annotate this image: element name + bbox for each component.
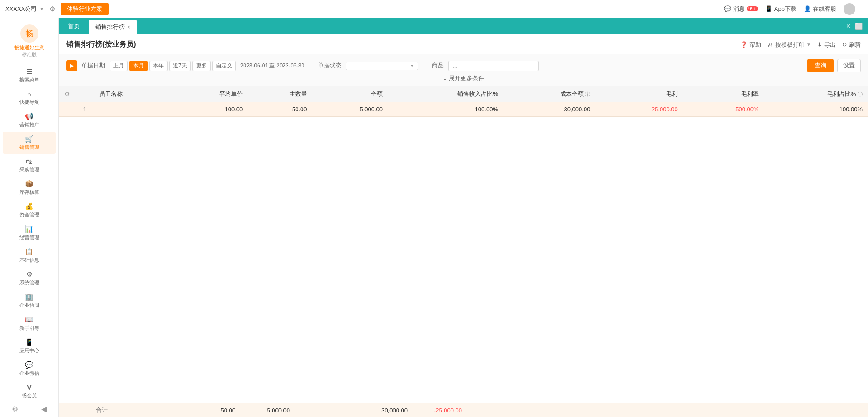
purchase-icon: 🛍 — [26, 158, 33, 165]
query-button[interactable]: 查询 — [807, 59, 834, 72]
sidebar-item-wechat[interactable]: 💬 企业微信 — [3, 358, 56, 380]
top-header: XXXXX公司 ▼ ⚙ 体验行业方案 💬 消息 99+ 📱 App下载 👤 在线… — [0, 0, 868, 18]
export-icon: ⬇ — [817, 41, 822, 48]
inventory-icon: 📦 — [25, 180, 34, 188]
sidebar-finance-label: 资金管理 — [19, 211, 39, 218]
sidebar-system-label: 系统管理 — [19, 279, 39, 286]
service-icon: 👤 — [804, 5, 811, 12]
goods-label: 商品 — [432, 62, 444, 70]
company-name: XXXXX公司 — [5, 5, 37, 13]
print-chevron-icon: ▼ — [806, 42, 811, 47]
data-table: ⚙ 员工名称 平均单价 主数量 全额 销售收入占比% 成本全额 ⓘ 毛利 毛利率… — [59, 86, 868, 117]
tab-home[interactable]: 首页 — [59, 18, 89, 34]
col-grosspct-header: 毛利占比% ⓘ — [764, 86, 868, 102]
avatar[interactable] — [844, 3, 855, 15]
restore-window-icon[interactable]: ⬜ — [855, 23, 863, 30]
date-btn-last-month[interactable]: 上月 — [110, 61, 128, 71]
page-header: 销售排行榜(按业务员) ❓ 帮助 🖨 按模板打印 ▼ ⬇ 导出 — [59, 34, 868, 54]
filter-actions: 查询 设置 — [807, 59, 861, 72]
tab-home-label: 首页 — [68, 22, 80, 30]
logo-subtitle: 畅捷通好生意 — [14, 44, 44, 51]
trial-button[interactable]: 体验行业方案 — [61, 3, 109, 15]
col-avgprice-header: 平均单价 — [171, 86, 249, 102]
expand-button[interactable]: ⌄ 展开更多条件 — [443, 74, 484, 82]
sidebar-item-enterprise[interactable]: 🏢 企业协同 — [3, 290, 56, 312]
refresh-button[interactable]: ↺ 刷新 — [842, 41, 861, 49]
operations-icon: 📊 — [25, 225, 34, 233]
date-btn-7days[interactable]: 近7天 — [169, 61, 191, 71]
tab-bar: 首页 销售排行榜 × × ⬜ — [59, 18, 868, 34]
col-amount-header: 全额 — [312, 86, 388, 102]
row-gross-cell: -25,000.00 — [595, 102, 683, 117]
row-grosspct-cell: 100.00% — [764, 102, 868, 117]
doc-status-select[interactable]: ▼ — [346, 62, 418, 70]
footer-gross-cell: -25,000.00 — [413, 407, 467, 414]
sidebar-item-system[interactable]: ⚙ 系统管理 — [3, 267, 56, 289]
sidebar-item-operations[interactable]: 📊 经营管理 — [3, 222, 56, 244]
sales-icon: 🛒 — [25, 135, 34, 143]
logo-edition: 标准版 — [22, 51, 37, 58]
sidebar-item-inventory[interactable]: 📦 库存核算 — [3, 177, 56, 199]
goods-value: ... — [452, 62, 457, 69]
sidebar-item-guide[interactable]: 📖 新手引导 — [3, 312, 56, 335]
message-button[interactable]: 💬 消息 99+ — [724, 5, 758, 13]
tab-spacer — [137, 18, 841, 34]
footer-cost-cell: 30,000.00 — [354, 407, 413, 414]
row-salespct-cell: 100.00% — [388, 102, 504, 117]
doc-status-label: 单据状态 — [318, 62, 341, 70]
sidebar-item-app-center[interactable]: 📱 应用中心 — [3, 335, 56, 357]
date-btn-more[interactable]: 更多 — [192, 61, 211, 71]
expand-row: ⌄ 展开更多条件 — [66, 72, 861, 85]
tab-active[interactable]: 销售排行榜 × — [89, 20, 137, 34]
settings-icon[interactable]: ⚙ — [49, 5, 55, 13]
row-qty-cell: 50.00 — [248, 102, 312, 117]
date-range: 2023-06-01 至 2023-06-30 — [240, 62, 304, 70]
footer-amount-cell: 5,000.00 — [241, 407, 295, 414]
company-selector[interactable]: XXXXX公司 ▼ — [5, 5, 44, 13]
sidebar-item-quick-nav[interactable]: ⌂ 快捷导航 — [3, 87, 56, 109]
sidebar-item-search[interactable]: ☰ 搜索菜单 — [3, 64, 56, 86]
filter-arrow-button[interactable]: ▶ — [66, 60, 77, 71]
marketing-icon: 📢 — [25, 112, 34, 120]
sidebar-item-sales[interactable]: 🛒 销售管理 — [3, 132, 56, 154]
online-service-button[interactable]: 👤 在线客服 — [804, 5, 836, 13]
sidebar-item-basic-info[interactable]: 📋 基础信息 — [3, 244, 56, 267]
home-icon: ⌂ — [27, 90, 31, 98]
table-header-row: ⚙ 员工名称 平均单价 主数量 全额 销售收入占比% 成本全额 ⓘ 毛利 毛利率… — [59, 86, 868, 102]
sidebar-item-marketing[interactable]: 📢 营销推广 — [3, 109, 56, 131]
guide-icon: 📖 — [25, 316, 34, 324]
logo-svg: 畅 — [19, 24, 39, 43]
goods-select[interactable]: ... — [448, 61, 539, 71]
sidebar-item-purchase[interactable]: 🛍 采购管理 — [3, 154, 56, 176]
close-tab-icon[interactable]: × — [127, 24, 130, 30]
sidebar-search-label: 搜索菜单 — [19, 77, 39, 83]
download-icon: 📱 — [765, 5, 772, 12]
enterprise-icon: 🏢 — [25, 293, 34, 301]
cost-help-icon[interactable]: ⓘ — [585, 91, 590, 97]
grosspct-help-icon[interactable]: ⓘ — [858, 91, 863, 97]
help-button[interactable]: ❓ 帮助 — [740, 41, 761, 49]
chevron-down-icon: ▼ — [39, 6, 44, 11]
date-btn-this-month[interactable]: 本月 — [129, 61, 148, 71]
row-grossrate-cell: -500.00% — [683, 102, 764, 117]
table-container: ⚙ 员工名称 平均单价 主数量 全额 销售收入占比% 成本全额 ⓘ 毛利 毛利率… — [59, 86, 868, 403]
print-button[interactable]: 🖨 按模板打印 ▼ — [767, 41, 811, 49]
close-window-icon[interactable]: × — [846, 22, 850, 30]
page-title: 销售排行榜(按业务员) — [66, 40, 136, 49]
sidebar-bottom: ⚙ ◀ — [0, 401, 58, 417]
basic-info-icon: 📋 — [25, 248, 34, 256]
svg-text:畅: 畅 — [25, 29, 34, 38]
sidebar-item-member[interactable]: V 畅会员 — [3, 380, 56, 401]
sidebar-settings-icon[interactable]: ⚙ — [12, 405, 18, 413]
gear-icon[interactable]: ⚙ — [64, 91, 70, 98]
app-download-button[interactable]: 📱 App下载 — [765, 5, 796, 13]
sidebar-collapse-icon[interactable]: ◀ — [41, 405, 47, 413]
sidebar-item-finance[interactable]: 💰 资金管理 — [3, 199, 56, 221]
date-btn-custom[interactable]: 自定义 — [212, 61, 236, 71]
sidebar-inventory-label: 库存核算 — [19, 189, 39, 196]
date-btn-this-year[interactable]: 本年 — [149, 61, 168, 71]
filter-area: ▶ 单据日期 上月 本月 本年 近7天 更多 自定义 2023-06-01 至 … — [59, 54, 868, 86]
expand-chevron-icon: ⌄ — [443, 76, 447, 81]
settings-button[interactable]: 设置 — [837, 59, 861, 72]
export-button[interactable]: ⬇ 导出 — [817, 41, 836, 49]
